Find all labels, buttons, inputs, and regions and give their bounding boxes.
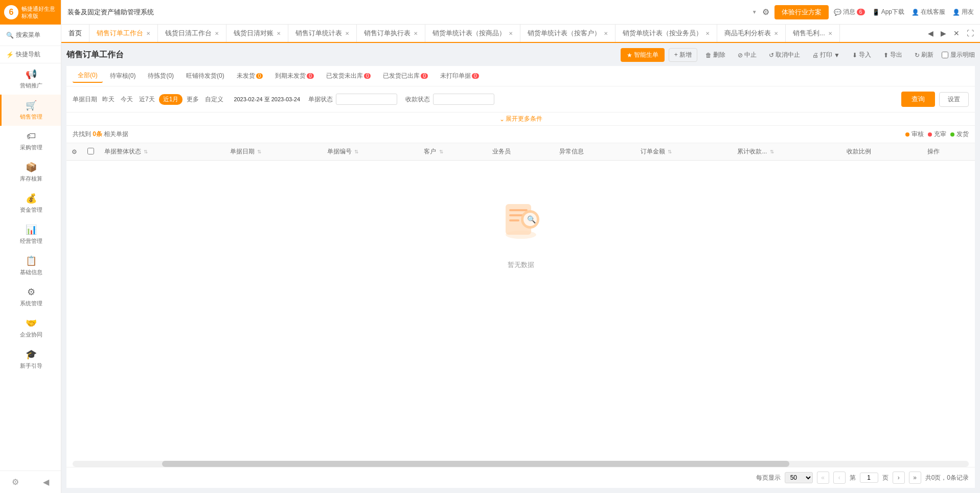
new-order-button[interactable]: + 新增 <box>669 48 697 62</box>
tab-sales-workbench[interactable]: 销售订单工作台 ✕ <box>89 25 158 43</box>
sidebar-settings-button[interactable]: ⚙ <box>8 475 23 489</box>
tab-sales-product[interactable]: 销货单统计表（按商品） ✕ <box>425 25 520 42</box>
tab-sales-stats[interactable]: 销售订单统计表 ✕ <box>288 25 357 42</box>
sort-date[interactable]: ⇅ <box>257 149 261 154</box>
per-page-select[interactable]: 50 10 20 100 <box>785 472 813 483</box>
filter-tab-all[interactable]: 全部(0) <box>73 69 103 83</box>
tab-sales-exec[interactable]: 销售订单执行表 ✕ <box>357 25 425 42</box>
user-menu-button[interactable]: 👤 用友 <box>952 8 974 16</box>
online-service-button[interactable]: 👤 在线客服 <box>911 8 945 16</box>
smart-create-button[interactable]: ★ 智能生单 <box>621 48 665 62</box>
settings-button[interactable]: 设置 <box>939 92 969 107</box>
sidebar-item-purchase[interactable]: 🏷 采购管理 <box>0 126 61 156</box>
date-today[interactable]: 今天 <box>119 94 135 105</box>
filter-tab-expired-not-shipped[interactable]: 到期未发货0 <box>270 70 319 82</box>
sort-amount[interactable]: ⇅ <box>668 149 672 154</box>
filter-tab-pending-inspect[interactable]: 待拣货(0) <box>143 70 179 82</box>
tab-fullscreen-button[interactable]: ⛶ <box>964 27 977 39</box>
app-download-button[interactable]: 📱 App下载 <box>872 8 904 16</box>
tab-close-all-button[interactable]: ✕ <box>950 27 963 39</box>
tab-cash-reconcile[interactable]: 钱货日清对账 ✕ <box>226 25 288 42</box>
print-button[interactable]: 🖨 打印 ▼ <box>808 49 844 61</box>
filter-tab-not-shipped[interactable]: 未发货0 <box>232 70 268 82</box>
next-page-button[interactable]: › <box>893 472 905 484</box>
tab-home[interactable]: 首页 <box>61 25 89 42</box>
page-number-input[interactable] <box>860 473 878 483</box>
system-dropdown-icon[interactable]: ▼ <box>752 9 757 15</box>
date-1month[interactable]: 近1月 <box>159 94 183 105</box>
tab-close-sales-staff[interactable]: ✕ <box>705 31 710 36</box>
message-button[interactable]: 💬 消息 6 <box>834 8 865 16</box>
tab-close-sales-product[interactable]: ✕ <box>509 31 513 36</box>
top-header: 装备及固定资产辅助管理系统 ▼ ⚙ 体验行业方案 💬 消息 6 📱 App下载 … <box>61 0 980 25</box>
export-button[interactable]: ⬆ 导出 <box>879 49 906 61</box>
select-all-checkbox[interactable] <box>87 148 94 154</box>
sidebar-item-enterprise[interactable]: 🤝 企业协同 <box>0 312 61 344</box>
first-page-button[interactable]: « <box>817 472 829 484</box>
query-button[interactable]: 查询 <box>901 92 935 107</box>
sidebar-collapse-button[interactable]: ◀ <box>39 475 53 489</box>
tab-close-sales-extra[interactable]: ✕ <box>828 31 832 36</box>
sort-collected[interactable]: ⇅ <box>770 149 774 154</box>
tab-gross-analysis[interactable]: 商品毛利分析表 ✕ <box>717 25 786 42</box>
status-select[interactable] <box>336 94 397 105</box>
tab-scroll-left-button[interactable]: ◀ <box>925 27 937 39</box>
tab-sales-customer[interactable]: 销货单统计表（按客户） ✕ <box>520 25 616 42</box>
tab-close-cash-daily[interactable]: ✕ <box>215 31 219 36</box>
filter-tab-not-printed[interactable]: 未打印单据0 <box>435 70 484 82</box>
cancel-audit-quick-button[interactable]: 充审 <box>928 130 946 139</box>
filter-tab-pending-review[interactable]: 待审核(0) <box>105 70 141 82</box>
tab-close-cash-reconcile[interactable]: ✕ <box>277 31 281 36</box>
header-gear-button[interactable]: ⚙ <box>762 7 769 17</box>
show-detail-checkbox[interactable] <box>942 52 948 58</box>
ship-quick-button[interactable]: 发货 <box>950 130 969 139</box>
quick-nav-button[interactable]: ⚡ 快捷导航 <box>3 48 58 61</box>
sidebar-item-basic-info[interactable]: 📋 基础信息 <box>0 250 61 281</box>
tab-scroll-right-button[interactable]: ▶ <box>938 27 949 39</box>
filter-tab-wangpu[interactable]: 旺铺待发货(0) <box>181 70 230 82</box>
tab-sales-staff[interactable]: 销货单统计表（按业务员） ✕ <box>616 25 717 42</box>
status-filter: 单据状态 <box>308 94 397 105</box>
cancel-stop-button[interactable]: ↺ 取消中止 <box>765 49 804 61</box>
industry-solution-button[interactable]: 体验行业方案 <box>774 5 829 19</box>
last-page-button[interactable]: » <box>909 472 921 484</box>
sidebar-item-sales[interactable]: 🛒 销售管理 <box>0 95 61 126</box>
stop-button[interactable]: ⊘ 中止 <box>734 49 761 61</box>
prev-page-button[interactable]: ‹ <box>833 472 846 484</box>
tab-close-sales-exec[interactable]: ✕ <box>414 31 418 36</box>
checkbox-all-header[interactable] <box>82 143 99 161</box>
payment-select[interactable] <box>433 94 494 105</box>
sort-number[interactable]: ⇅ <box>354 149 358 154</box>
filter-tab-shipped-not-out[interactable]: 已发货未出库0 <box>321 70 376 82</box>
expand-more-conditions-button[interactable]: ⌄ 展开更多条件 <box>499 115 542 123</box>
date-custom[interactable]: 自定义 <box>203 94 225 105</box>
date-7days[interactable]: 近7天 <box>137 94 157 105</box>
scroll-thumb[interactable] <box>162 461 789 467</box>
tab-close-sales-stats[interactable]: ✕ <box>345 31 349 36</box>
import-button[interactable]: ⬇ 导入 <box>848 49 875 61</box>
sort-status[interactable]: ⇅ <box>144 149 148 154</box>
column-settings[interactable]: ⚙ <box>66 143 82 161</box>
audit-quick-button[interactable]: 审核 <box>905 130 924 139</box>
date-more[interactable]: 更多 <box>185 94 201 105</box>
refresh-button[interactable]: ↻ 刷新 <box>910 49 938 61</box>
tab-sales-extra[interactable]: 销售毛利... ✕ <box>786 25 840 42</box>
horizontal-scrollbar[interactable] <box>73 461 969 467</box>
sidebar-item-system[interactable]: ⚙ 系统管理 <box>0 281 61 312</box>
sidebar-item-operations[interactable]: 📊 经营管理 <box>0 219 61 250</box>
search-menu-button[interactable]: 🔍 搜索菜单 <box>3 29 58 41</box>
filter-tab-shipped-out[interactable]: 已发货已出库0 <box>378 70 433 82</box>
delete-button[interactable]: 🗑 删除 <box>701 49 730 61</box>
date-yesterday[interactable]: 昨天 <box>100 94 117 105</box>
show-detail-label[interactable]: 显示明细 <box>942 51 975 59</box>
tab-close-gross-analysis[interactable]: ✕ <box>774 31 778 36</box>
tab-close-sales-customer[interactable]: ✕ <box>604 31 608 36</box>
sort-customer[interactable]: ⇅ <box>439 149 443 154</box>
sidebar-item-finance[interactable]: 💰 资金管理 <box>0 188 61 219</box>
sidebar-item-guide[interactable]: 🎓 新手引导 <box>0 344 61 375</box>
sidebar-item-marketing[interactable]: 📢 营销推广 <box>0 63 61 95</box>
sidebar-item-inventory[interactable]: 📦 库存核算 <box>0 156 61 188</box>
tab-close-sales-workbench[interactable]: ✕ <box>146 31 150 36</box>
tab-cash-daily[interactable]: 钱货日清工作台 ✕ <box>158 25 226 42</box>
col-header-staff: 业务员 <box>487 143 554 161</box>
